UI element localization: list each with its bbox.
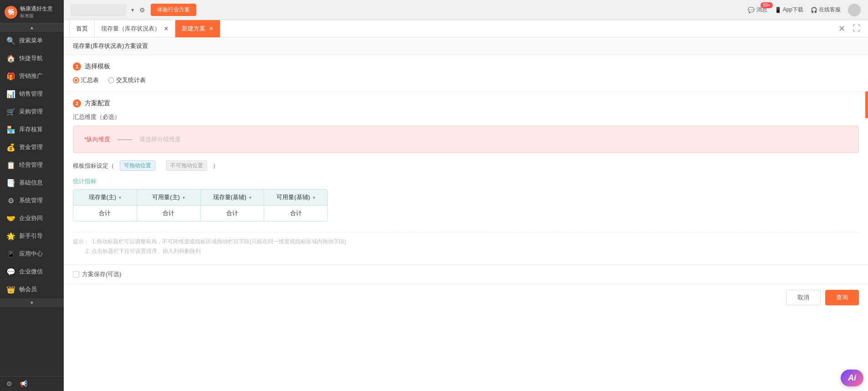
cart-icon: 🛒 xyxy=(6,108,15,116)
tab-inventory[interactable]: 现存量（库存状况表） ✕ xyxy=(95,20,175,37)
draggable-tag: 可拖动位置 xyxy=(120,160,155,171)
tab-new-plan[interactable]: 新建方案 ✕ xyxy=(175,20,220,37)
sidebar-item-marketing[interactable]: 🎁 营销推广 xyxy=(0,67,64,85)
industry-btn[interactable]: 体验行业方案 xyxy=(151,4,196,16)
topbar-right: 💬 消息 99+ 📱 App下载 🎧 在线客服 xyxy=(748,4,861,16)
sidebar-item-label: 营销推广 xyxy=(19,72,43,80)
col-1-dropdown-icon[interactable]: ▾ xyxy=(183,195,185,200)
sidebar-item-inventory[interactable]: 🏪 库存核算 xyxy=(0,121,64,139)
sidebar-item-quicknav[interactable]: 🏠 快捷导航 xyxy=(0,50,64,67)
user-avatar[interactable] xyxy=(848,4,861,16)
tab-home[interactable]: 首页 xyxy=(69,20,95,37)
search-icon: 🔍 xyxy=(6,36,15,45)
doc-icon: 📑 xyxy=(6,179,15,187)
tabs-bar: 首页 现存量（库存状况表） ✕ 新建方案 ✕ ✕ ⛶ xyxy=(64,20,868,37)
col-0-dropdown-icon[interactable]: ▾ xyxy=(119,195,121,200)
gear-icon: ⚙ xyxy=(6,196,15,205)
topbar-gear-icon[interactable]: ⚙ xyxy=(139,6,145,14)
tabs-right-controls: ✕ ⛶ xyxy=(837,22,863,36)
radio-summary-label: 汇总表 xyxy=(81,76,99,84)
app-download-label: App下载 xyxy=(783,6,803,14)
stats-col-1[interactable]: 可用量(主) ▾ xyxy=(137,190,201,205)
sidebar-item-label: 搜索菜单 xyxy=(19,36,43,45)
cancel-button[interactable]: 取消 xyxy=(786,290,821,305)
dimension-area: *纵向维度 —— 请选择分组维度 xyxy=(73,126,859,153)
stats-col-0-label: 现存量(主) xyxy=(89,193,117,201)
sidebar-item-purchase[interactable]: 🛒 采购管理 xyxy=(0,103,64,121)
tab-new-plan-label: 新建方案 xyxy=(182,25,205,33)
speaker-footer-icon[interactable]: 📢 xyxy=(20,380,27,387)
radio-summary-table[interactable]: 汇总表 xyxy=(73,76,99,84)
tab-home-label: 首页 xyxy=(76,25,88,33)
query-button[interactable]: 查询 xyxy=(825,290,859,305)
section2-title: 方案配置 xyxy=(85,99,110,108)
config-section: 2 方案配置 汇总维度（必选） *纵向维度 —— 请选择分组维度 模板指标设定（ xyxy=(64,92,868,264)
indicator-setting-label: 模板指标设定（ xyxy=(73,162,114,170)
mobile-download-icon: 📱 xyxy=(775,7,781,13)
topbar-dropdown-icon[interactable]: ▾ xyxy=(131,7,134,13)
close-tab-icon[interactable]: ✕ xyxy=(837,22,847,36)
gift-icon: 🎁 xyxy=(6,72,15,81)
radio-cross-circle xyxy=(108,77,114,83)
sidebar-item-system[interactable]: ⚙ 系统管理 xyxy=(0,192,64,210)
not-draggable-tag: 不可拖动位置 xyxy=(166,160,207,171)
sidebar-footer: ⚙ 📢 xyxy=(0,376,64,391)
stats-table: 现存量(主) ▾ 可用量(主) ▾ 现存量(基辅) ▾ 可用量(基辅) ▾ xyxy=(73,189,328,221)
stats-data-2: 合计 xyxy=(201,205,265,221)
topbar-message[interactable]: 💬 消息 99+ xyxy=(748,6,767,14)
stats-col-3-label: 可用量(基辅) xyxy=(276,193,310,201)
sidebar-item-label: 新手引导 xyxy=(19,232,43,240)
main-area: ▾ ⚙ 体验行业方案 💬 消息 99+ 📱 App下载 🎧 在线客服 首页 xyxy=(64,0,868,391)
settings-footer-icon[interactable]: ⚙ xyxy=(6,380,12,387)
sidebar-item-label: 系统管理 xyxy=(19,196,43,205)
stats-data-0: 合计 xyxy=(73,205,137,221)
topbar-app-download[interactable]: 📱 App下载 xyxy=(775,6,803,14)
save-option-label: 方案保存(可选) xyxy=(82,270,122,278)
col-2-dropdown-icon[interactable]: ▾ xyxy=(249,195,251,200)
sidebar-item-label: 库存核算 xyxy=(19,125,43,134)
expand-tab-icon[interactable]: ⛶ xyxy=(851,22,863,36)
search-input[interactable] xyxy=(71,5,126,15)
tab-inventory-close[interactable]: ✕ xyxy=(164,26,168,32)
radio-cross-table[interactable]: 交叉统计表 xyxy=(108,76,146,84)
sidebar-item-label: 企业协同 xyxy=(19,214,43,222)
save-option: 方案保存(可选) xyxy=(64,264,868,284)
dimension-required-label: *纵向维度 xyxy=(84,135,110,144)
topbar: ▾ ⚙ 体验行业方案 💬 消息 99+ 📱 App下载 🎧 在线客服 xyxy=(64,0,868,20)
sidebar-item-operations[interactable]: 📋 经营管理 xyxy=(0,156,64,174)
section2-header: 2 方案配置 xyxy=(73,99,859,108)
sidebar-scroll-up[interactable]: ▲ xyxy=(0,23,64,32)
tab-new-plan-close[interactable]: ✕ xyxy=(209,26,214,32)
dimension-placeholder[interactable]: 请选择分组维度 xyxy=(139,135,181,144)
sidebar-item-wechat[interactable]: 💬 企业微信 xyxy=(0,263,64,281)
sidebar-item-collab[interactable]: 🤝 企业协同 xyxy=(0,210,64,227)
mobile-icon: 📱 xyxy=(6,250,15,258)
radio-summary-circle xyxy=(73,77,79,83)
sidebar-scroll-down[interactable]: ▼ xyxy=(0,298,64,307)
stats-col-3[interactable]: 可用量(基辅) ▾ xyxy=(264,190,327,205)
sidebar-item-basic[interactable]: 📑 基础信息 xyxy=(0,174,64,192)
chart-icon: 📊 xyxy=(6,90,15,98)
sidebar-item-member[interactable]: 👑 畅会员 xyxy=(0,281,64,298)
save-checkbox[interactable] xyxy=(73,271,79,278)
sidebar-item-appcenter[interactable]: 📱 应用中心 xyxy=(0,245,64,263)
sidebar-item-label: 畅会员 xyxy=(19,285,37,293)
service-label: 在线客服 xyxy=(819,6,841,14)
section1-number: 1 xyxy=(73,62,81,71)
topbar-service[interactable]: 🎧 在线客服 xyxy=(811,6,841,14)
radio-cross-label: 交叉统计表 xyxy=(116,76,146,84)
home-icon: 🏠 xyxy=(6,54,15,63)
col-3-dropdown-icon[interactable]: ▾ xyxy=(313,195,315,200)
handshake-icon: 🤝 xyxy=(6,214,15,223)
sidebar-item-finance[interactable]: 💰 资金管理 xyxy=(0,139,64,156)
stats-col-2[interactable]: 现存量(基辅) ▾ xyxy=(201,190,265,205)
sidebar-item-search[interactable]: 🔍 搜索菜单 xyxy=(0,32,64,50)
store-icon: 🏪 xyxy=(6,125,15,134)
ai-badge[interactable]: Ai xyxy=(841,370,863,386)
stats-col-0[interactable]: 现存量(主) ▾ xyxy=(73,190,137,205)
sidebar-item-sales[interactable]: 📊 销售管理 xyxy=(0,85,64,103)
sidebar-item-newguide[interactable]: 🌟 新手引导 xyxy=(0,227,64,245)
money-icon: 💰 xyxy=(6,143,15,152)
template-radio-group: 汇总表 交叉统计表 xyxy=(73,76,859,84)
stats-label: 统计指标 xyxy=(73,177,859,185)
